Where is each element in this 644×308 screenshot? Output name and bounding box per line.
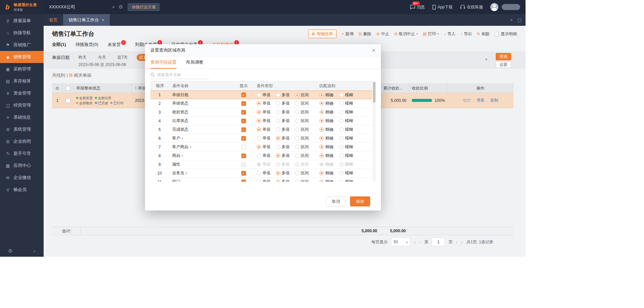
chevron-down-icon[interactable]: ▾: [190, 145, 191, 149]
sidebar-item-guide[interactable]: ✎新手引导: [0, 147, 44, 160]
prev-page-icon[interactable]: ‹: [419, 240, 421, 245]
radio-option[interactable]: 多值: [276, 101, 290, 106]
radio-option[interactable]: 模糊: [339, 135, 353, 141]
tab-close-icon[interactable]: ×: [102, 17, 104, 22]
radio-option[interactable]: 多值: [276, 118, 290, 124]
radio-option[interactable]: 区间: [295, 135, 309, 141]
radio-option[interactable]: 多值: [276, 170, 290, 176]
scrollbar[interactable]: [373, 81, 376, 182]
select-all-checkbox[interactable]: [66, 86, 70, 90]
radio-option[interactable]: 精确: [319, 162, 333, 167]
chevron-down-icon[interactable]: ▾: [182, 137, 183, 140]
radio-option[interactable]: 多值: [276, 127, 290, 132]
sidebar-item-collaboration[interactable]: ⊞企业协同: [0, 135, 44, 147]
radio-option[interactable]: 多值: [276, 135, 290, 141]
radio-option[interactable]: 单值: [257, 135, 270, 141]
toolbar-plus-button[interactable]: +新增: [342, 31, 353, 37]
close-all-tabs-icon[interactable]: ×: [510, 17, 513, 22]
radio-option[interactable]: 区间: [295, 162, 309, 167]
radio-option[interactable]: 单值: [257, 118, 270, 124]
next-page-icon[interactable]: ›: [456, 240, 457, 245]
show-checkbox[interactable]: ✓: [241, 136, 246, 141]
show-checkbox[interactable]: ✓: [241, 101, 246, 106]
toolbar-cancel-stop-button[interactable]: ⊘取消中止▾: [394, 31, 418, 37]
radio-option[interactable]: 区间: [295, 153, 309, 159]
row-action-1[interactable]: 查看: [477, 98, 485, 103]
page-number-input[interactable]: [432, 238, 445, 246]
fullscreen-icon[interactable]: ▢: [517, 17, 522, 22]
radio-option[interactable]: 区间: [295, 92, 309, 98]
announcement-icon[interactable]: ♪: [33, 248, 36, 254]
radio-option[interactable]: 单值: [257, 109, 270, 115]
filter-tab-1[interactable]: 待拣验货(0): [76, 42, 98, 48]
radio-option[interactable]: 单值: [257, 101, 270, 106]
quick-date-2[interactable]: 近7天: [115, 54, 131, 61]
user-name-pill[interactable]: [502, 4, 520, 10]
show-checkbox[interactable]: ✓: [241, 119, 246, 123]
settings-icon[interactable]: ⚙: [8, 248, 12, 254]
sidebar-item-inventory[interactable]: ▤库存核算: [0, 75, 44, 87]
sidebar-item-app-center[interactable]: ▦应用中心: [0, 160, 44, 172]
radio-option[interactable]: 精确: [319, 109, 333, 115]
sidebar-item-wecom[interactable]: ✉企业微信: [0, 172, 44, 184]
sidebar-item-base-info[interactable]: ≡基础信息: [0, 111, 44, 123]
sidebar-item-system[interactable]: ⚙系统管理: [0, 123, 44, 135]
show-checkbox[interactable]: ✓: [241, 153, 246, 158]
toolbar-trash-button[interactable]: ⊟删除: [358, 31, 371, 37]
radio-option[interactable]: 区间: [295, 179, 309, 182]
sort-icons[interactable]: ▲▼: [135, 86, 137, 90]
sidebar-item-member[interactable]: Ⅴ畅会员: [0, 184, 44, 196]
radio-option[interactable]: 多值: [276, 109, 290, 115]
radio-option[interactable]: 精确: [319, 153, 333, 159]
first-page-icon[interactable]: «: [414, 240, 416, 245]
radio-option[interactable]: 单值: [257, 144, 270, 150]
radio-option[interactable]: 模糊: [339, 153, 353, 159]
radio-option[interactable]: 区间: [295, 109, 309, 115]
radio-option[interactable]: 模糊: [339, 179, 353, 182]
sidebar-item-operations[interactable]: ◫经营管理: [0, 99, 44, 111]
online-service-button[interactable]: 在线客服: [460, 4, 483, 10]
show-checkbox[interactable]: ✓: [241, 93, 246, 97]
show-checkbox[interactable]: [241, 145, 246, 149]
radio-option[interactable]: 单值: [257, 153, 270, 159]
radio-option[interactable]: 单值: [257, 170, 270, 176]
column-settings-icon[interactable]: ⚙: [55, 86, 59, 91]
sidebar-item-marketing[interactable]: ⚑营销推广: [0, 39, 44, 51]
company-select[interactable]: XXXXXX公司 ▾: [49, 4, 114, 10]
radio-option[interactable]: 精确: [319, 92, 333, 98]
radio-option[interactable]: 多值: [276, 144, 290, 150]
toolbar-export-button[interactable]: ↑导出: [460, 31, 472, 37]
show-detail-toggle[interactable]: 显示明细: [495, 31, 517, 37]
quick-date-0[interactable]: 昨天: [76, 54, 89, 61]
filter-settings-button[interactable]: 设置: [496, 61, 511, 68]
radio-option[interactable]: 单值: [257, 92, 270, 98]
radio-option[interactable]: 模糊: [339, 92, 353, 98]
show-checkbox[interactable]: [241, 162, 246, 167]
toolbar-stop-button[interactable]: ⊘中止: [376, 31, 389, 37]
tab-layout-adjust[interactable]: 布局调整: [186, 56, 203, 69]
radio-option[interactable]: 模糊: [339, 127, 353, 132]
company-settings-icon[interactable]: ⚙: [118, 4, 123, 10]
show-checkbox[interactable]: ✓: [241, 171, 246, 176]
radio-option[interactable]: 多值: [276, 162, 290, 167]
messages-button[interactable]: 99+ 消息: [410, 4, 425, 10]
toolbar-refresh-button[interactable]: ↻刷新: [477, 31, 490, 37]
last-page-icon[interactable]: »: [461, 240, 463, 245]
radio-option[interactable]: 精确: [319, 127, 333, 132]
sidebar-item-purchase[interactable]: ▣采购管理: [0, 63, 44, 75]
query-button[interactable]: 查询: [496, 53, 511, 60]
row-action-0[interactable]: 收款: [463, 98, 471, 103]
radio-option[interactable]: 区间: [295, 101, 309, 106]
cancel-button[interactable]: 取消: [326, 196, 346, 206]
smart-generate-button[interactable]: ♛ 智能生单: [308, 29, 337, 38]
show-checkbox[interactable]: ✓: [241, 180, 246, 182]
show-checkbox[interactable]: ✓: [241, 110, 246, 115]
radio-option[interactable]: 精确: [319, 101, 333, 106]
radio-option[interactable]: 精确: [319, 118, 333, 124]
radio-option[interactable]: 单值: [257, 162, 270, 167]
radio-option[interactable]: 模糊: [339, 144, 353, 150]
radio-option[interactable]: 精确: [319, 170, 333, 176]
collapse-filters-icon[interactable]: ▾: [485, 57, 487, 62]
radio-option[interactable]: 区间: [295, 144, 309, 150]
tab-home[interactable]: 首页: [44, 14, 63, 26]
